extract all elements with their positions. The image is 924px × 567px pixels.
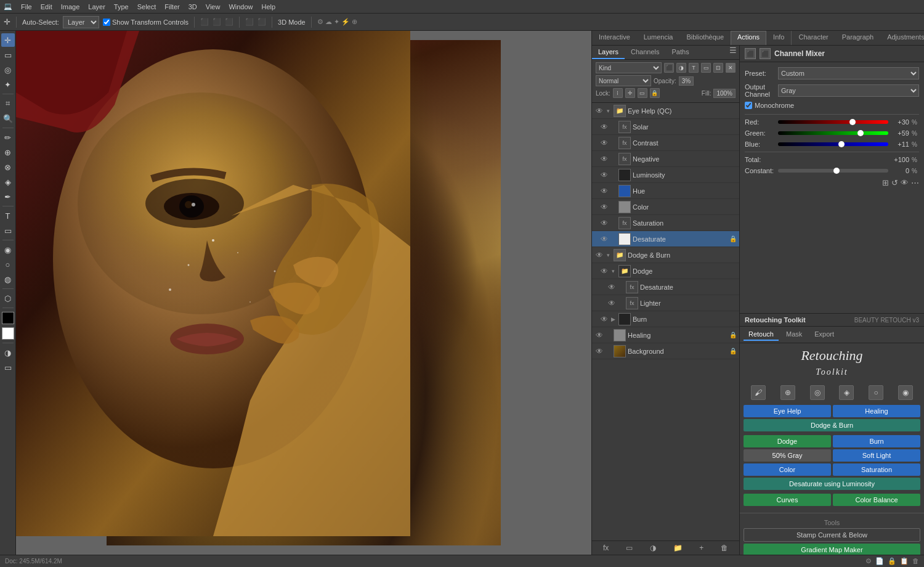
tab-bibliotheque[interactable]: Bibliothèque [679, 31, 731, 45]
expand-dodge-group[interactable]: ▾ [609, 268, 617, 274]
kind-select[interactable]: Kind [596, 62, 662, 73]
tool-patch[interactable]: ◈ [1, 175, 15, 189]
menu-layer[interactable]: Layer [88, 3, 105, 10]
opacity-value[interactable]: 3% [679, 76, 694, 86]
filter-pixel-icon[interactable]: ⬛ [664, 63, 674, 73]
vis-hue[interactable]: 👁 [599, 187, 609, 195]
rt-patch-icon[interactable]: ◈ [839, 385, 854, 400]
tool-move[interactable]: ✛ [1, 33, 15, 47]
canvas-area[interactable] [16, 31, 591, 555]
layer-row-dodge-group[interactable]: 👁 ▾ 📁 Dodge [592, 263, 739, 279]
green-slider-thumb[interactable] [857, 130, 864, 136]
tab-paragraph[interactable]: Paragraph [835, 31, 880, 45]
vis-background[interactable]: 👁 [594, 347, 604, 356]
vis-negative[interactable]: 👁 [599, 155, 609, 163]
menu-filter[interactable]: Filter [164, 3, 179, 10]
tool-pen[interactable]: ✒ [1, 190, 15, 203]
filter-type-icon[interactable]: T [689, 63, 699, 73]
vis-color[interactable]: 👁 [599, 203, 609, 211]
rt-heal-icon[interactable]: ◎ [810, 385, 825, 400]
tool-type[interactable]: T [1, 209, 15, 222]
show-transform-checkbox[interactable] [103, 18, 110, 26]
btn-color-balance[interactable]: Color Balance [833, 494, 920, 506]
cm-grid-icon[interactable]: ⊞ [882, 178, 889, 187]
btn-dodge[interactable]: Dodge [744, 435, 831, 447]
distribute2-icon[interactable]: ⬛ [257, 18, 266, 26]
align-center-icon[interactable]: ⬛ [213, 18, 221, 26]
layer-delete-icon[interactable]: 🗑 [721, 544, 728, 552]
layer-row-dab-group[interactable]: 👁 ▾ 📁 Dodge & Burn [592, 247, 739, 263]
layer-row-negative[interactable]: 👁 fx Negative [592, 151, 739, 167]
filter-shape-icon[interactable]: ▭ [701, 63, 711, 73]
layer-row-luminosity[interactable]: 👁 Luminosity [592, 167, 739, 183]
bottom-lock2-icon[interactable]: 🔒 [888, 557, 896, 565]
btn-softlight[interactable]: Soft Light [833, 449, 920, 462]
fill-value[interactable]: 100% [713, 89, 736, 98]
constant-slider-track[interactable] [778, 169, 888, 173]
rt-tab-retouch[interactable]: Retouch [744, 328, 779, 341]
menu-file[interactable]: File [21, 3, 32, 10]
vis-desaturate2[interactable]: 👁 [607, 283, 617, 292]
foreground-color[interactable] [2, 312, 14, 324]
btn-desat-lum[interactable]: Desaturate using Luminosity [744, 478, 920, 490]
menu-type[interactable]: Type [114, 3, 129, 10]
menu-window[interactable]: Window [229, 3, 253, 10]
menu-edit[interactable]: Edit [41, 3, 52, 10]
layer-row-desaturate2[interactable]: 👁 fx Desaturate [592, 279, 739, 295]
btn-50gray[interactable]: 50% Gray [744, 449, 831, 462]
rt-burn-icon[interactable]: ◉ [898, 385, 913, 400]
align-left-icon[interactable]: ⬛ [200, 18, 209, 26]
lock-all-icon[interactable]: 🔒 [650, 88, 660, 98]
filter-all-icon[interactable]: ✕ [726, 63, 736, 73]
channels-tab[interactable]: Channels [625, 46, 665, 59]
rt-brush-icon[interactable]: 🖌 [751, 385, 766, 400]
monochrome-checkbox[interactable] [745, 102, 752, 109]
tool-clone[interactable]: ⊕ [1, 145, 15, 159]
rt-dodge-icon[interactable]: ○ [869, 385, 883, 400]
tab-lumencia[interactable]: Lumencia [637, 31, 680, 45]
background-color[interactable] [2, 327, 14, 340]
tool-eyedropper[interactable]: 🔍 [1, 112, 15, 125]
vis-saturation[interactable]: 👁 [599, 219, 609, 227]
cm-more-icon[interactable]: ⋯ [911, 178, 919, 187]
tool-shape[interactable]: ▭ [1, 224, 15, 237]
tool-dodge[interactable]: ○ [1, 258, 15, 271]
tool-quickmask[interactable]: ◑ [1, 346, 15, 359]
btn-healing[interactable]: Healing [833, 405, 920, 417]
lock-artboard-icon[interactable]: ▭ [638, 88, 647, 98]
constant-slider-thumb[interactable] [833, 168, 840, 174]
tab-info[interactable]: Info [766, 31, 791, 45]
menu-help[interactable]: Help [262, 3, 276, 10]
blue-slider-thumb[interactable] [838, 141, 845, 147]
menu-3d[interactable]: 3D [188, 3, 197, 10]
blend-mode-select[interactable]: Normal Multiply Screen Overlay Soft Ligh… [596, 75, 651, 86]
menu-ps[interactable]: 💻 [4, 2, 12, 10]
bottom-delete2-icon[interactable]: 🗑 [912, 557, 919, 565]
rt-tab-export[interactable]: Export [809, 328, 839, 341]
btn-burn[interactable]: Burn [833, 435, 920, 447]
btn-saturation[interactable]: Saturation [833, 463, 920, 476]
expand-burn-group[interactable]: ▶ [609, 316, 617, 322]
tab-adjustments[interactable]: Adjustments [880, 31, 924, 45]
tool-screenmode[interactable]: ▭ [1, 361, 15, 374]
menu-image[interactable]: Image [61, 3, 80, 10]
red-slider-thumb[interactable] [849, 119, 856, 125]
vis-solar[interactable]: 👁 [599, 123, 609, 131]
layer-row-eyehelp-group[interactable]: 👁 ▾ 📁 Eye Help (QC) [592, 103, 739, 119]
layers-menu-icon[interactable]: ☰ [729, 46, 737, 59]
tab-character[interactable]: Character [792, 31, 835, 45]
vis-luminosity[interactable]: 👁 [599, 171, 609, 179]
layer-row-lighter[interactable]: 👁 fx Lighter [592, 295, 739, 311]
tool-crop[interactable]: ⌗ [1, 97, 15, 110]
btn-gradient-map-maker[interactable]: Gradient Map Maker [744, 544, 920, 555]
vis-healing[interactable]: 👁 [594, 331, 604, 340]
tool-brush[interactable]: ✏ [1, 131, 15, 144]
btn-dodge-burn-full[interactable]: Dodge & Burn [744, 419, 920, 431]
menu-select[interactable]: Select [137, 3, 156, 10]
layer-row-color[interactable]: 👁 Color [592, 199, 739, 215]
lock-position-icon[interactable]: ✛ [625, 88, 635, 98]
vis-contrast[interactable]: 👁 [599, 139, 609, 147]
bottom-layers2-icon[interactable]: 📋 [900, 557, 909, 565]
vis-eyehelp[interactable]: 👁 [594, 107, 604, 115]
layer-row-burn-group[interactable]: 👁 ▶ Burn [592, 311, 739, 327]
